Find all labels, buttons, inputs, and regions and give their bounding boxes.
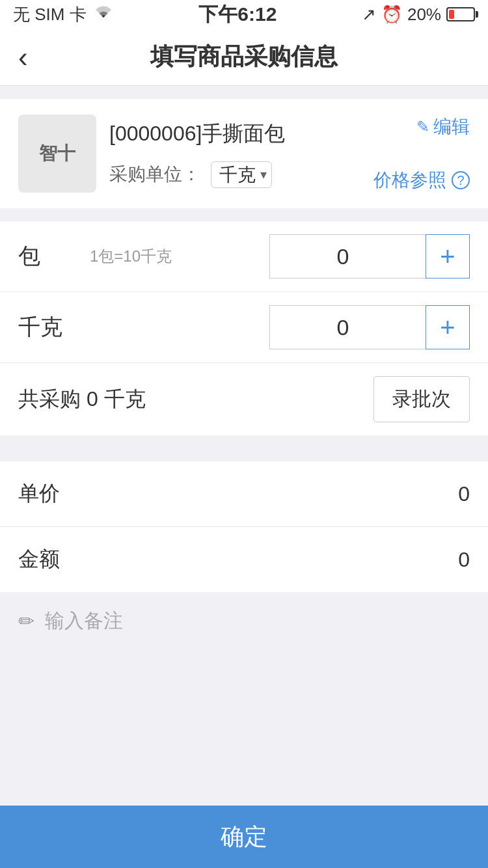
location-icon: ↗ [362,5,376,25]
pencil-icon: ✏ [18,610,34,632]
remarks-section[interactable]: ✏ 输入备注 [0,592,488,650]
nav-bar: ‹ 填写商品采购信息 [0,29,488,86]
status-right: ↗ ⏰ 20% [362,5,475,25]
edit-button[interactable]: ✎ 编辑 [416,115,470,139]
kg-label: 千克 [18,312,83,342]
alarm-icon: ⏰ [381,5,402,25]
kg-input-right: + [269,305,470,349]
bag-plus-button[interactable]: + [426,234,470,278]
kg-input-row: 千克 + [0,292,488,362]
product-name: [0000006]手撕面包 [109,120,470,148]
batch-button[interactable]: 录批次 [373,376,470,422]
amount-row: 金额 0 [0,527,488,592]
status-left: 无 SIM 卡 [13,3,114,26]
product-image: 智十 [18,115,96,193]
amount-label: 金额 [18,545,60,574]
bag-input-right: + [269,234,470,278]
status-bar: 无 SIM 卡 下午6:12 ↗ ⏰ 20% [0,0,488,29]
unit-price-value: 0 [458,482,470,506]
summary-row: 共采购 0 千克 录批次 [0,362,488,435]
summary-text: 共采购 0 千克 [18,385,146,414]
bag-label: 包 [18,241,83,271]
edit-icon: ✎ [416,118,429,136]
unit-price-row: 单价 0 [0,461,488,527]
info-icon: ? [452,171,470,189]
price-section: 单价 0 金额 0 [0,461,488,592]
unit-select-wrap[interactable]: 千克 包 [211,161,272,188]
wifi-icon [93,5,114,25]
sim-status: 无 SIM 卡 [13,3,87,26]
unit-label: 采购单位： [109,162,200,187]
price-ref-button[interactable]: 价格参照 ? [373,168,470,193]
unit-select[interactable]: 千克 包 [211,161,272,188]
product-logo: 智十 [39,142,75,165]
confirm-button[interactable]: 确定 [0,806,488,868]
section-divider-2 [0,435,488,448]
battery-percent: 20% [407,5,441,25]
bag-sublabel: 1包=10千克 [90,246,172,267]
unit-price-label: 单价 [18,480,60,508]
battery-icon [446,7,475,21]
section-divider-1 [0,208,488,221]
bag-quantity-input[interactable] [269,234,426,278]
product-card: 智十 [0000006]手撕面包 采购单位： 千克 包 ✎ 编辑 价格参照 ? [0,99,488,208]
amount-value: 0 [458,548,470,572]
page-title: 填写商品采购信息 [150,41,338,73]
status-time: 下午6:12 [198,1,277,28]
remarks-placeholder: 输入备注 [45,608,123,634]
bag-input-row: 包 1包=10千克 + [0,221,488,292]
kg-plus-button[interactable]: + [426,305,470,349]
kg-quantity-input[interactable] [269,305,426,349]
input-section: 包 1包=10千克 + 千克 + [0,221,488,362]
back-button[interactable]: ‹ [18,43,28,72]
